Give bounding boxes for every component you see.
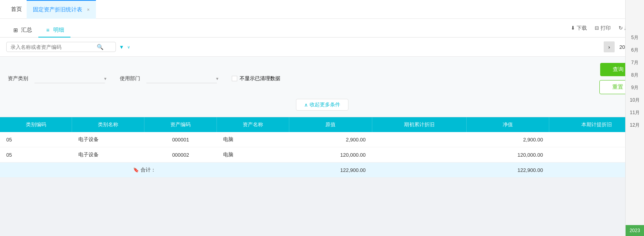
search-bar: 🔍 ▼ ∨ › 2023.01 <box>0 38 644 57</box>
col-category-name: 类别名称 <box>72 117 144 132</box>
data-table: 类别编码 类别名称 资产编码 资产名称 原值 期初累计折旧 净值 本期计提折旧 … <box>0 117 644 178</box>
tab-summary-label: 汇总 <box>21 27 32 34</box>
asset-category-select[interactable] <box>34 74 105 83</box>
home-nav[interactable]: 首页 <box>6 6 27 13</box>
print-button[interactable]: ⊟ 打印 <box>595 25 611 32</box>
sidebar-month-item[interactable]: 7月 <box>627 56 643 69</box>
table-row: 05 电子设备 000001 电脑 2,900.00 2,900.00 <box>0 132 644 147</box>
asset-category-field: 资产类别 ▼ <box>8 74 107 83</box>
cell-original-value: 2,900.00 <box>289 132 372 147</box>
detail-icon: ≡ <box>45 27 51 33</box>
tab-summary[interactable]: ⊞ 汇总 <box>6 23 38 38</box>
tab-close-icon[interactable]: × <box>87 7 90 13</box>
cell-asset-code: 000001 <box>144 132 217 147</box>
download-label: 下载 <box>577 25 587 32</box>
summary-label: 🔖合计： <box>72 163 217 178</box>
active-tab[interactable]: 固定资产折旧统计表 × <box>27 0 96 19</box>
hide-cleared-label: 不显示已清理数据 <box>240 75 280 82</box>
cell-category-code: 05 <box>0 132 72 147</box>
sidebar-month-item[interactable]: 10月 <box>627 94 643 106</box>
sidebar-month-item[interactable]: 6月 <box>627 44 643 56</box>
sub-tabs-bar: ⊞ 汇总 ≡ 明细 ⬇ 下载 ⊟ 打印 ↻ 刷新 <box>0 19 644 38</box>
cell-category-name: 电子设备 <box>72 132 144 147</box>
col-category-code: 类别编码 <box>0 117 72 132</box>
sidebar-month-item[interactable]: 9月 <box>627 81 643 94</box>
asset-category-label: 资产类别 <box>8 75 31 82</box>
asset-category-arrow-icon: ▼ <box>103 77 107 81</box>
collapse-bar: ∧ 收起更多条件 <box>8 99 636 111</box>
search-input[interactable] <box>11 44 97 50</box>
right-sidebar: 5月6月7月8月9月10月11月12月 2023 <box>625 0 644 236</box>
col-asset-code: 资产编码 <box>144 117 217 132</box>
sidebar-year: 2023 <box>626 225 644 236</box>
summary-icon-cell <box>0 163 72 178</box>
cell-asset-code: 000002 <box>144 147 217 163</box>
department-field: 使用部门 ▼ <box>120 74 219 83</box>
download-icon: ⬇ <box>571 25 575 31</box>
print-label: 打印 <box>601 25 611 32</box>
sidebar-month-item[interactable]: 5月 <box>627 31 643 44</box>
collapse-button[interactable]: ∧ 收起更多条件 <box>296 99 348 111</box>
download-button[interactable]: ⬇ 下载 <box>571 25 587 32</box>
department-label: 使用部门 <box>120 75 143 82</box>
col-accumulated-depreciation: 期初累计折旧 <box>372 117 467 132</box>
cell-original-value: 120,000.00 <box>289 147 372 163</box>
hide-cleared-wrap: 不显示已清理数据 <box>232 75 280 82</box>
summary-asset-name <box>217 163 289 178</box>
filter-area: 资产类别 ▼ 使用部门 ▼ 不显示已清理数据 查询 重置 ∧ 收起更多条件 <box>0 57 644 117</box>
sidebar-month-item[interactable]: 8月 <box>627 69 643 81</box>
table-header-row: 类别编码 类别名称 资产编码 资产名称 原值 期初累计折旧 净值 本期计提折旧 <box>0 117 644 132</box>
sidebar-month-item[interactable]: 11月 <box>627 106 643 119</box>
refresh-icon: ↻ <box>619 25 623 31</box>
cell-asset-name: 电脑 <box>217 132 289 147</box>
cell-asset-name: 电脑 <box>217 147 289 163</box>
cell-accumulated-depreciation <box>372 147 467 163</box>
summary-accumulated <box>372 163 467 178</box>
summary-icon: ⊞ <box>13 27 19 33</box>
table-wrap: 类别编码 类别名称 资产编码 资产名称 原值 期初累计折旧 净值 本期计提折旧 … <box>0 117 644 178</box>
col-asset-name: 资产名称 <box>217 117 289 132</box>
tab-detail[interactable]: ≡ 明细 <box>38 23 70 38</box>
col-original-value: 原值 <box>289 117 372 132</box>
summary-original-value: 122,900.00 <box>289 163 372 178</box>
filter-icon: ▼ <box>119 44 124 50</box>
col-net-value: 净值 <box>467 117 549 132</box>
summary-net-value: 122,900.00 <box>467 163 549 178</box>
cell-net-value: 120,000.00 <box>467 147 549 163</box>
summary-row: 🔖合计： 122,900.00 122,900.00 <box>0 163 644 178</box>
cell-accumulated-depreciation <box>372 132 467 147</box>
chevron-up-icon: ∧ <box>304 102 308 108</box>
tab-detail-label: 明细 <box>53 27 64 34</box>
search-input-wrap[interactable]: 🔍 <box>6 42 116 52</box>
department-arrow-icon: ▼ <box>215 77 219 81</box>
print-icon: ⊟ <box>595 25 599 31</box>
more-conditions-btn[interactable]: ▼ ∨ <box>119 44 130 50</box>
sidebar-month-item[interactable]: 12月 <box>627 119 643 131</box>
collapse-label: 收起更多条件 <box>310 101 340 108</box>
cell-category-code: 05 <box>0 147 72 163</box>
hide-cleared-checkbox[interactable] <box>232 76 237 81</box>
cell-category-name: 电子设备 <box>72 147 144 163</box>
search-icon[interactable]: 🔍 <box>97 44 103 50</box>
date-nav-arrow[interactable]: › <box>604 41 615 52</box>
department-select[interactable] <box>146 74 217 83</box>
tab-label: 固定资产折旧统计表 <box>33 6 82 13</box>
table-row: 05 电子设备 000002 电脑 120,000.00 120,000.00 <box>0 147 644 163</box>
chevron-down-icon: ∨ <box>127 45 130 49</box>
cell-net-value: 2,900.00 <box>467 132 549 147</box>
